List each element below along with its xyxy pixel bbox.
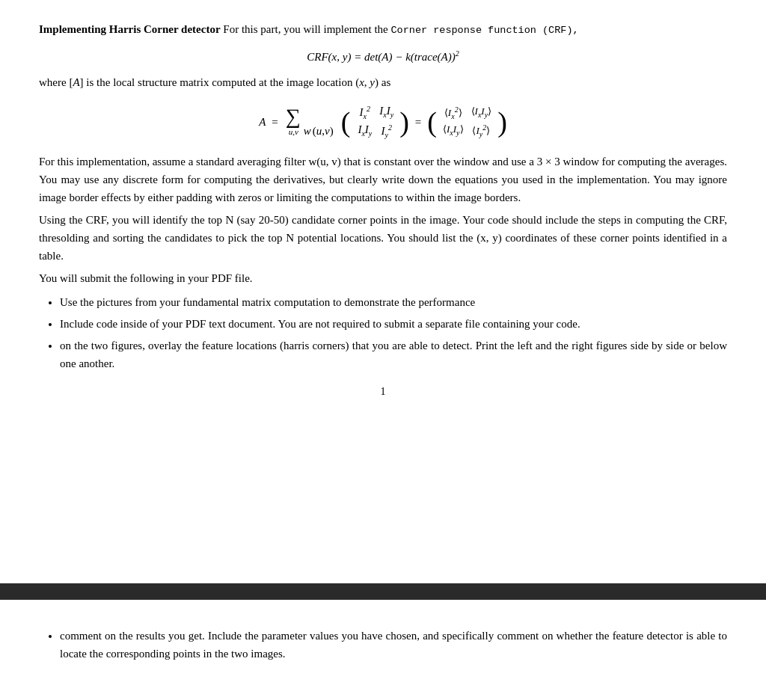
page-number: 1 (39, 386, 727, 398)
bullet-list: Use the pictures from your fundamental m… (60, 293, 727, 372)
body-para-2: Using the CRF, you will identify the top… (39, 211, 727, 265)
list-item: Include code inside of your PDF text doc… (60, 315, 727, 333)
bottom-bullet-list: comment on the results you get. Include … (60, 627, 727, 663)
intro-bold: Implementing Harris Corner detector (39, 23, 221, 35)
left-paren-1: ( (341, 108, 351, 136)
intro-text: For this part, you will implement the (223, 23, 390, 35)
sum-expression: ∑ u,v w(u,v) (286, 106, 334, 138)
page-top: Implementing Harris Corner detector For … (0, 0, 766, 583)
right-paren-1: ) (399, 108, 409, 136)
list-item: Use the pictures from your fundamental m… (60, 293, 727, 311)
code-crf: Corner response function (CRF), (390, 25, 578, 36)
where-line: where [A] is the local structure matrix … (39, 74, 727, 91)
right-paren-2: ) (497, 108, 507, 136)
right-matrix: ⟨Ix2⟩ ⟨IxIy⟩ ⟨IxIy⟩ ⟨Iy2⟩ (437, 102, 497, 141)
page-divider (0, 583, 766, 600)
crf-equation: CRF(x, y) = det(A) − k(trace(A))2 (39, 49, 727, 64)
left-matrix: Ix2 IxIy IxIy Iy2 (352, 102, 399, 142)
bottom-list-item: comment on the results you get. Include … (60, 627, 727, 663)
intro-paragraph: Implementing Harris Corner detector For … (39, 21, 727, 39)
crf-equation-text: CRF(x, y) = det(A) − k(trace(A))2 (307, 51, 459, 63)
page-bottom: comment on the results you get. Include … (0, 600, 766, 697)
matrix-equation: A = ∑ u,v w(u,v) ( Ix2 IxIy IxIy Iy2 ) =… (39, 102, 727, 142)
list-item: on the two figures, overlay the feature … (60, 337, 727, 372)
left-paren-2: ( (427, 108, 437, 136)
body-para-3: You will submit the following in your PD… (39, 269, 727, 287)
body-para-1: For this implementation, assume a standa… (39, 153, 727, 206)
